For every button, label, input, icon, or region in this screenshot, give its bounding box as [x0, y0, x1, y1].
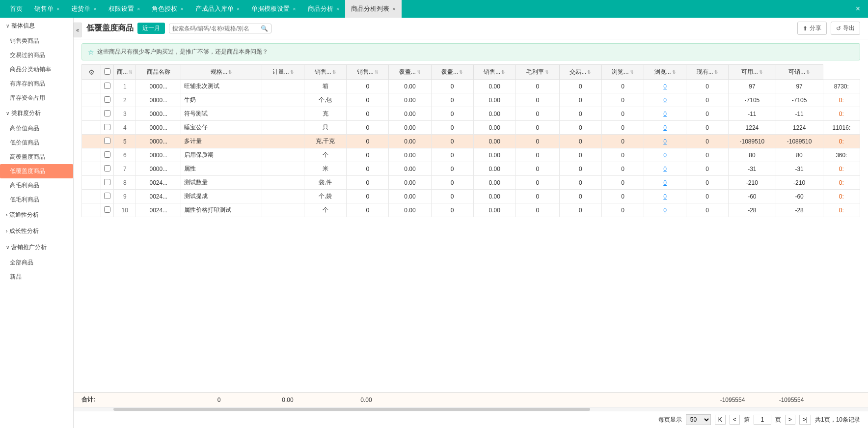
row-checkbox[interactable] — [104, 206, 110, 213]
nav-template-settings[interactable]: 单据模板设置 × — [245, 0, 301, 18]
browse2-column-header[interactable]: 浏览...⇅ — [644, 65, 686, 80]
sidebar-item-traded-products[interactable]: 交易过的商品 — [0, 48, 73, 62]
row-checkbox[interactable] — [104, 151, 110, 158]
settings-column-header[interactable]: ⚙ — [82, 65, 101, 80]
window-close-button[interactable]: × — [852, 4, 864, 13]
share-button[interactable]: ⬆ 分享 — [797, 22, 827, 35]
sales-qty-column-header[interactable]: 销售...⇅ — [304, 65, 347, 80]
sidebar-item-sales-products[interactable]: 销售类商品 — [0, 34, 73, 48]
nav-permission[interactable]: 权限设置 × — [103, 0, 146, 18]
table-cell: 0.00 — [389, 80, 431, 93]
cover1-column-header[interactable]: 覆盖...⇅ — [389, 65, 431, 80]
sidebar-collapse-button[interactable]: « — [74, 23, 81, 37]
sidebar-item-stock-products[interactable]: 有库存的商品 — [0, 77, 73, 91]
table-cell: 0 — [644, 203, 686, 217]
table-cell: 0 — [686, 135, 729, 148]
row-checkbox[interactable] — [104, 83, 110, 89]
row-checkbox[interactable] — [104, 193, 110, 199]
sidebar-section-overall[interactable]: ∨ 整体信息 — [0, 18, 73, 34]
checkbox-column-header[interactable] — [101, 65, 114, 80]
sidebar-item-new-products[interactable]: 新品 — [0, 270, 73, 284]
prev-page-button[interactable]: < — [730, 415, 740, 425]
browse-link[interactable]: 0 — [663, 83, 667, 90]
sidebar-item-stock-capital[interactable]: 库存资金占用 — [0, 91, 73, 105]
browse-link[interactable]: 0 — [663, 124, 667, 131]
sidebar-item-all-products[interactable]: 全部商品 — [0, 256, 73, 270]
horizontal-scrollbar[interactable] — [74, 407, 868, 411]
sidebar-item-high-value[interactable]: 高价值商品 — [0, 121, 73, 136]
select-all-checkbox[interactable] — [104, 68, 110, 75]
close-icon[interactable]: × — [137, 6, 140, 12]
nav-purchase-order[interactable]: 进货单 × — [65, 0, 102, 18]
row-checkbox[interactable] — [104, 138, 110, 144]
browse-link[interactable]: 0 — [663, 152, 667, 159]
nav-sales-order[interactable]: 销售单 × — [28, 0, 65, 18]
stock1-column-header[interactable]: 现有...⇅ — [686, 65, 729, 80]
search-input[interactable] — [172, 25, 261, 32]
per-page-select[interactable]: 50 20 100 — [686, 414, 711, 425]
code-column-header[interactable]: 商...⇅ — [114, 65, 136, 80]
close-icon[interactable]: × — [180, 6, 183, 12]
close-icon[interactable]: × — [237, 6, 240, 12]
browse1-column-header[interactable]: 浏览...⇅ — [601, 65, 644, 80]
next-page-button[interactable]: > — [785, 415, 795, 425]
export-button[interactable]: ↺ 导出 — [831, 22, 860, 35]
sellable-column-header[interactable]: 可销...⇅ — [776, 65, 823, 80]
sidebar-section-marketing[interactable]: ∨ 营销推广分析 — [0, 239, 73, 256]
sidebar-item-high-margin[interactable]: 高毛利商品 — [0, 178, 73, 193]
close-icon[interactable]: × — [293, 6, 296, 12]
search-icon[interactable]: 🔍 — [261, 25, 268, 32]
row-checkbox[interactable] — [104, 165, 110, 171]
close-icon[interactable]: × — [56, 6, 59, 12]
close-icon[interactable]: × — [336, 6, 339, 12]
sidebar-section-growth[interactable]: › 成长性分析 — [0, 223, 73, 239]
last-page-button[interactable]: >| — [799, 415, 811, 425]
browse-link[interactable]: 0 — [663, 193, 667, 200]
row-checkbox[interactable] — [104, 96, 110, 103]
close-icon[interactable]: × — [93, 6, 96, 12]
nav-role-auth[interactable]: 角色授权 × — [146, 0, 189, 18]
close-icon[interactable]: × — [392, 6, 395, 12]
browse-link[interactable]: 0 — [663, 97, 667, 104]
settings-icon[interactable]: ⚙ — [88, 68, 95, 76]
table-cell: -7105 — [729, 93, 776, 107]
table-cell: 0 — [686, 121, 729, 135]
row-checkbox[interactable] — [104, 179, 110, 185]
table-cell: 0: — [823, 107, 860, 121]
nav-home[interactable]: 首页 — [4, 0, 28, 18]
sales-amt-column-header[interactable]: 销售...⇅ — [347, 65, 389, 80]
cover2-column-header[interactable]: 覆盖...⇅ — [431, 65, 473, 80]
stock2-column-header[interactable]: 可用...⇅ — [729, 65, 776, 80]
browse-link[interactable]: 0 — [663, 111, 667, 117]
browse-link[interactable]: 0 — [663, 138, 667, 145]
sidebar-section-liquidity[interactable]: › 流通性分析 — [0, 207, 73, 223]
browse-link[interactable]: 0 — [663, 166, 667, 172]
nav-product-analysis-list[interactable]: 商品分析列表 × — [345, 0, 401, 18]
nav-finished-goods[interactable]: 产成品入库单 × — [190, 0, 245, 18]
sidebar-item-low-value[interactable]: 低价值商品 — [0, 136, 73, 150]
page-number-input[interactable] — [754, 415, 771, 425]
sidebar-item-category-turnover[interactable]: 商品分类动销率 — [0, 62, 73, 77]
nav-product-analysis[interactable]: 商品分析 × — [302, 0, 345, 18]
sales2-column-header[interactable]: 销售...⇅ — [473, 65, 515, 80]
table-cell — [82, 80, 101, 93]
gross-column-header[interactable]: 毛利率⇅ — [515, 65, 559, 80]
sidebar-item-low-coverage[interactable]: 低覆盖度商品 — [0, 164, 73, 178]
time-filter-button[interactable]: 近一月 — [137, 23, 165, 34]
name-column-header[interactable]: 商品名称 — [136, 65, 181, 80]
row-checkbox[interactable] — [104, 110, 110, 116]
table-cell: 4 — [114, 121, 136, 135]
browse-link[interactable]: 0 — [663, 207, 667, 214]
spec-column-header[interactable]: 规格...⇅ — [181, 65, 262, 80]
sidebar-item-high-coverage[interactable]: 高覆盖度商品 — [0, 150, 73, 164]
total-sales-amt: 0.00 — [268, 397, 307, 403]
sidebar-item-low-margin[interactable]: 低毛利商品 — [0, 193, 73, 207]
row-checkbox[interactable] — [104, 124, 110, 130]
first-page-button[interactable]: K — [715, 415, 726, 425]
table-cell: 0 — [347, 93, 389, 107]
unit-column-header[interactable]: 计量...⇅ — [262, 65, 304, 80]
trade-column-header[interactable]: 交易...⇅ — [559, 65, 601, 80]
browse-link[interactable]: 0 — [663, 179, 667, 186]
sidebar-section-category[interactable]: ∨ 类群度分析 — [0, 105, 73, 121]
table-cell: 符号测试 — [181, 107, 262, 121]
